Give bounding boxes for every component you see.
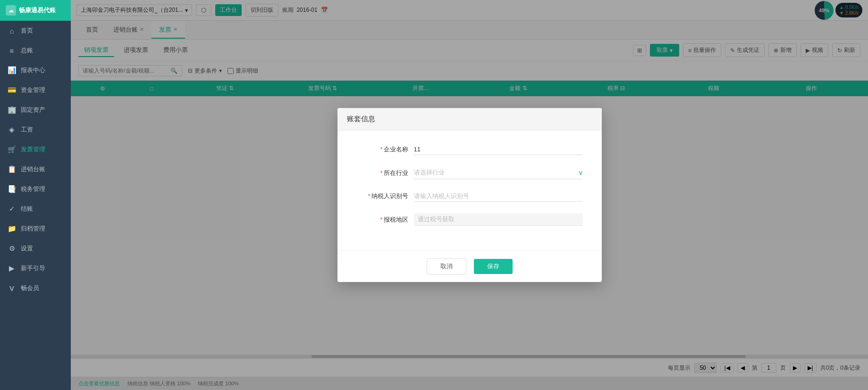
tax-id-input[interactable] [414,191,583,202]
modal-title: 账套信息 [337,108,602,131]
home-icon: ⌂ [8,27,16,35]
sidebar-item-member[interactable]: V 畅会员 [0,278,71,298]
app-logo: ☁ 畅康通易代账 [0,0,71,21]
sidebar-item-asset[interactable]: 🏢 固定资产 [0,100,71,120]
account-info-modal: 账套信息 *企业名称 *所在行业 请选择行业 ∨ [337,108,602,282]
sidebar: ☁ 畅康通易代账 ⌂ 首页 ≡ 总账 📊 报表中心 💳 资金管理 🏢 固定资产 … [0,0,71,390]
sidebar-item-salary[interactable]: ◈ 工资 [0,120,71,140]
company-label: *企业名称 [356,145,408,154]
sidebar-item-sales[interactable]: 📋 进销台账 [0,159,71,179]
cancel-button[interactable]: 取消 [427,258,466,274]
save-button[interactable]: 保存 [474,259,513,274]
sidebar-item-invoice[interactable]: 🛒 发票管理 [0,140,71,159]
sidebar-item-settle[interactable]: ✓ 结账 [0,199,71,219]
sidebar-item-report[interactable]: 📊 报表中心 [0,60,71,80]
sidebar-item-label: 工资 [21,125,33,134]
form-row-tax-id: *纳税人识别号 [356,191,583,202]
tax-id-label: *纳税人识别号 [356,192,408,200]
tax-region-label: *报税地区 [356,216,408,224]
logo-icon: ☁ [6,5,16,16]
sidebar-item-label: 归档管理 [21,224,45,233]
sidebar-item-tax[interactable]: 📑 税务管理 [0,179,71,199]
main-content: 上海卯金刀电子科技有限公司_（台201... ▾ ⬡ 工作台 切到旧版 账期 2… [71,0,868,390]
sidebar-item-archive[interactable]: 📁 归档管理 [0,219,71,239]
invoice-icon: 🛒 [8,145,16,154]
sidebar-item-label: 税务管理 [21,185,45,193]
sidebar-item-label: 首页 [21,26,33,35]
sidebar-item-label: 进销台账 [21,165,45,174]
sidebar-item-settings[interactable]: ⚙ 设置 [0,239,71,258]
form-row-tax-region: *报税地区 通过税号获取 [356,213,583,226]
sidebar-item-label: 畅会员 [21,284,39,292]
sidebar-item-label: 发票管理 [21,145,45,154]
industry-select[interactable]: 请选择行业 ∨ [414,166,583,179]
sidebar-item-home[interactable]: ⌂ 首页 [0,21,71,41]
sidebar-item-fund[interactable]: 💳 资金管理 [0,80,71,100]
app-name: 畅康通易代账 [19,6,56,15]
industry-placeholder: 请选择行业 [414,168,578,177]
sidebar-item-label: 结账 [21,205,33,213]
tax-region-display: 通过税号获取 [414,213,583,226]
settings-icon: ⚙ [8,244,16,253]
guide-icon: ▶ [8,264,16,273]
sidebar-item-label: 设置 [21,244,33,253]
sidebar-item-ledger[interactable]: ≡ 总账 [0,41,71,60]
member-icon: V [8,284,16,292]
report-icon: 📊 [8,66,16,75]
asset-icon: 🏢 [8,106,16,114]
sales-icon: 📋 [8,165,16,174]
company-name-input[interactable] [414,144,583,155]
form-row-company: *企业名称 [356,144,583,155]
tax-icon: 📑 [8,185,16,193]
sidebar-item-label: 报表中心 [21,66,45,75]
industry-label: *所在行业 [356,169,408,177]
sidebar-item-label: 资金管理 [21,86,45,94]
form-row-industry: *所在行业 请选择行业 ∨ [356,166,583,179]
salary-icon: ◈ [8,125,16,134]
sidebar-item-label: 总账 [21,46,33,55]
archive-icon: 📁 [8,224,16,233]
settle-icon: ✓ [8,205,16,213]
ledger-icon: ≡ [8,47,16,55]
sidebar-item-guide[interactable]: ▶ 新手引导 [0,258,71,278]
sidebar-item-label: 新手引导 [21,264,45,273]
modal-body: *企业名称 *所在行业 请选择行业 ∨ [337,131,602,250]
fund-icon: 💳 [8,86,16,94]
industry-dropdown-icon: ∨ [578,169,583,176]
modal-footer: 取消 保存 [337,250,602,282]
modal-overlay: 账套信息 *企业名称 *所在行业 请选择行业 ∨ [71,0,868,390]
sidebar-item-label: 固定资产 [21,106,45,114]
